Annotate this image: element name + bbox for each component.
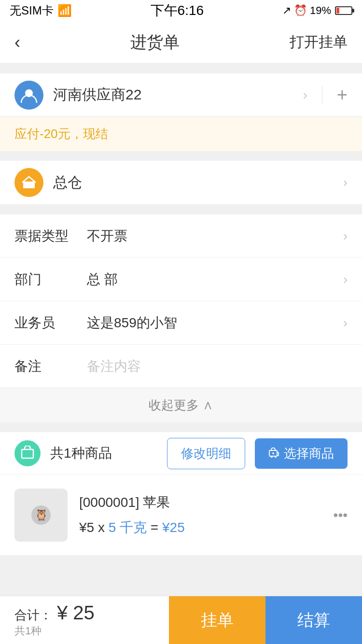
- nav-bar: ‹ 进货单 打开挂单: [0, 21, 362, 64]
- status-left: 无SIM卡 📶: [10, 3, 72, 18]
- svg-rect-1: [23, 182, 35, 188]
- supplier-chevron-icon: ›: [303, 87, 307, 103]
- svg-point-5: [275, 457, 277, 458]
- settle-button[interactable]: 结算: [265, 596, 362, 644]
- product-header: 共1种商品 修改明细 选择商品: [0, 432, 362, 475]
- total-amount: ¥ 25: [57, 602, 95, 624]
- supplier-divider: [322, 85, 322, 105]
- remark-input[interactable]: 备注内容: [72, 357, 348, 376]
- product-thumb-icon: 🦉: [27, 501, 56, 530]
- supplier-section: 河南供应商22 › + 应付-20元，现结: [0, 73, 362, 151]
- warehouse-chevron-icon: ›: [343, 175, 348, 190]
- form-section: 票据类型 不开票 › 部门 总 部 › 业务员 这是859的小智 › 备注 备注…: [0, 214, 362, 422]
- invoice-label: 票据类型: [14, 227, 72, 245]
- products-section: 共1种商品 修改明细 选择商品 🦉 [0000001] 苹果: [0, 432, 362, 555]
- status-bar: 无SIM卡 📶 下午6:16 ↗ ⏰ 19%: [0, 0, 362, 21]
- edit-detail-button[interactable]: 修改明细: [167, 438, 245, 469]
- collapse-label: 收起更多 ∧: [149, 397, 213, 414]
- footer-total: 合计： ¥ 25 共1种: [0, 596, 169, 644]
- battery-label: 19%: [310, 4, 331, 17]
- hang-button[interactable]: 挂单: [169, 596, 265, 644]
- warehouse-icon: [14, 168, 43, 197]
- product-item: 🦉 [0000001] 苹果 ¥5 x 5 千克 = ¥25 •••: [0, 475, 362, 555]
- footer: 合计： ¥ 25 共1种 挂单 结算: [0, 596, 362, 644]
- section-gap-3: [0, 204, 362, 214]
- product-more-button[interactable]: •••: [334, 507, 348, 523]
- select-product-label: 选择商品: [284, 445, 334, 462]
- supplier-name: 河南供应商22: [53, 85, 303, 105]
- department-label: 部门: [14, 270, 72, 289]
- salesman-row[interactable]: 业务员 这是859的小智 ›: [0, 301, 362, 344]
- battery-icon: [335, 6, 352, 15]
- section-gap-1: [0, 64, 362, 73]
- total-label: 合计：: [14, 607, 52, 624]
- invoice-value: 不开票: [72, 227, 343, 245]
- collapse-toggle[interactable]: 收起更多 ∧: [0, 388, 362, 422]
- page-title: 进货单: [130, 31, 180, 54]
- carrier-label: 无SIM卡: [10, 3, 54, 18]
- warehouse-section: 总仓 ›: [0, 161, 362, 204]
- cart-icon: [268, 448, 280, 459]
- status-right: ↗ ⏰ 19%: [282, 4, 352, 17]
- product-price-line: ¥5 x 5 千克 = ¥25: [79, 518, 322, 537]
- department-chevron-icon: ›: [343, 272, 348, 287]
- total-row: 合计： ¥ 25: [14, 602, 154, 624]
- remark-row[interactable]: 备注 备注内容: [0, 344, 362, 388]
- select-product-button[interactable]: 选择商品: [255, 438, 348, 469]
- supplier-row[interactable]: 河南供应商22 › +: [0, 73, 362, 117]
- warehouse-row[interactable]: 总仓 ›: [0, 161, 362, 204]
- section-gap-4: [0, 422, 362, 432]
- alarm-icon: ⏰: [294, 4, 307, 17]
- salesman-label: 业务员: [14, 314, 72, 332]
- department-row[interactable]: 部门 总 部 ›: [0, 257, 362, 301]
- svg-text:🦉: 🦉: [35, 508, 48, 521]
- open-hang-button[interactable]: 打开挂单: [290, 32, 348, 52]
- supplier-avatar: [14, 81, 43, 110]
- total-count: 共1种: [14, 624, 154, 638]
- add-supplier-button[interactable]: +: [337, 84, 348, 105]
- invoice-chevron-icon: ›: [343, 228, 348, 244]
- product-count-icon: [14, 440, 41, 466]
- product-name: [0000001] 苹果: [79, 493, 322, 512]
- bottom-spacer: [0, 555, 362, 584]
- location-icon: ↗: [282, 4, 291, 17]
- svg-point-4: [271, 457, 273, 458]
- back-button[interactable]: ‹: [14, 32, 20, 53]
- supplier-notice: 应付-20元，现结: [0, 117, 362, 151]
- warehouse-name: 总仓: [53, 173, 343, 193]
- product-info: [0000001] 苹果 ¥5 x 5 千克 = ¥25: [79, 493, 322, 537]
- wifi-icon: 📶: [57, 4, 72, 17]
- section-gap-2: [0, 151, 362, 161]
- salesman-chevron-icon: ›: [343, 315, 348, 331]
- product-thumbnail: 🦉: [14, 489, 68, 542]
- svg-rect-2: [22, 449, 33, 458]
- department-value: 总 部: [72, 270, 343, 289]
- product-count: 共1种商品: [50, 444, 157, 462]
- status-time: 下午6:16: [151, 1, 204, 20]
- remark-label: 备注: [14, 357, 72, 376]
- salesman-value: 这是859的小智: [72, 314, 343, 332]
- invoice-row[interactable]: 票据类型 不开票 ›: [0, 214, 362, 257]
